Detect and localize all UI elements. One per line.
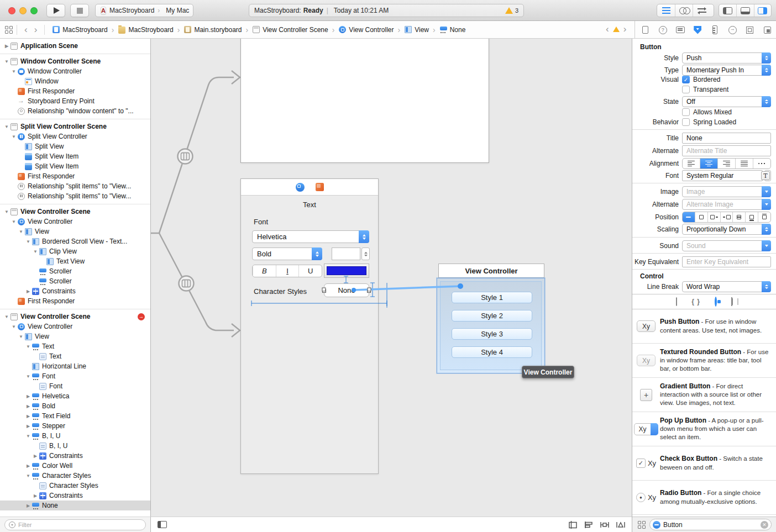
- disclosure-triangle-icon[interactable]: ▼: [32, 249, 39, 254]
- align-icon[interactable]: [583, 520, 594, 529]
- align-natural-segment[interactable]: [753, 159, 770, 168]
- disclosure-triangle-icon[interactable]: ▼: [3, 59, 10, 64]
- position-image-overlap-segment[interactable]: [732, 212, 745, 222]
- align-justify-segment[interactable]: [735, 159, 753, 168]
- disclosure-triangle-icon[interactable]: ▼: [11, 219, 17, 224]
- outline-row[interactable]: Window: [0, 76, 150, 86]
- library-item[interactable]: Xy Pop Up Button - A pop-up or a pull-do…: [632, 412, 776, 446]
- key-equivalent-field[interactable]: Enter Key Equivalent: [682, 256, 771, 267]
- add-constraints-icon[interactable]: [599, 520, 610, 529]
- outline-row[interactable]: Text View: [0, 256, 150, 266]
- outline-row[interactable]: ▶Application Scene: [0, 41, 150, 51]
- position-image-above-segment[interactable]: [745, 212, 758, 222]
- outline-row[interactable]: ▶Text Field: [0, 411, 150, 421]
- outline-row[interactable]: ▼Split View Controller: [0, 131, 150, 141]
- alternate-title-field[interactable]: Alternate Title: [682, 145, 771, 156]
- outline-filter-input[interactable]: [18, 522, 141, 528]
- disclosure-triangle-icon[interactable]: ▼: [25, 434, 32, 439]
- view-controller-scene-titlebar[interactable]: View Controller: [438, 264, 544, 278]
- type-popup[interactable]: Momentary Push In: [682, 65, 771, 76]
- scene-window[interactable]: [240, 39, 489, 163]
- breadcrumb-item[interactable]: None: [439, 26, 474, 34]
- outline-row[interactable]: ▶Bold: [0, 401, 150, 411]
- spring-loaded-checkbox[interactable]: [682, 118, 690, 126]
- resize-handle[interactable]: [322, 289, 326, 293]
- quick-help-tab[interactable]: [656, 23, 669, 36]
- style-segment-button[interactable]: B: [253, 265, 276, 277]
- library-grid-view-icon[interactable]: [638, 521, 646, 529]
- outline-row[interactable]: ▼Clip View: [0, 246, 150, 256]
- disclosure-triangle-icon[interactable]: ▶: [25, 289, 32, 294]
- view-controller-icon[interactable]: [296, 183, 305, 192]
- next-issue-button[interactable]: ›: [622, 24, 628, 34]
- outline-row[interactable]: Storyboard Entry Point: [0, 96, 150, 106]
- breadcrumb-item[interactable]: MacStroyboard: [52, 25, 118, 34]
- outline-row[interactable]: ▼B, I, U: [0, 431, 150, 441]
- position-title-only-segment[interactable]: [683, 212, 695, 222]
- view-controller-view[interactable]: Style 1Style 2Style 3Style 4: [437, 278, 545, 373]
- library-item[interactable]: Xy Check Box Button - Switch a state bew…: [632, 446, 776, 481]
- minimize-window-button[interactable]: [19, 7, 27, 14]
- disclosure-triangle-icon[interactable]: ▶: [25, 463, 32, 468]
- previous-issue-button[interactable]: ‹: [605, 24, 610, 34]
- outline-row[interactable]: First Responder: [0, 171, 150, 181]
- sound-combo[interactable]: Sound: [682, 240, 771, 251]
- outline-row[interactable]: ▼Bordered Scroll View - Text...: [0, 236, 150, 246]
- run-button[interactable]: [46, 4, 65, 17]
- version-editor-button[interactable]: [693, 4, 710, 17]
- font-family-popup[interactable]: Helvetica: [252, 230, 369, 243]
- outline-row[interactable]: ▼Font: [0, 371, 150, 381]
- outline-row[interactable]: ▶Color Well: [0, 461, 150, 471]
- align-left-segment[interactable]: [683, 159, 700, 168]
- identity-inspector-tab[interactable]: [674, 23, 687, 36]
- outline-row[interactable]: Font: [0, 381, 150, 391]
- position-image-only-segment[interactable]: [695, 212, 707, 222]
- text-scene[interactable]: Text Font Helvetica Bold BIU Character S…: [240, 178, 379, 474]
- style-segment-button[interactable]: U: [298, 265, 322, 277]
- warning-indicator[interactable]: 3: [505, 7, 518, 14]
- outline-row[interactable]: Relationship "window content" to "...: [0, 106, 150, 116]
- state-popup[interactable]: Off: [682, 96, 771, 107]
- first-responder-icon[interactable]: [316, 183, 324, 191]
- style-button[interactable]: Style 2: [452, 310, 532, 322]
- connections-inspector-tab[interactable]: [726, 23, 739, 36]
- position-image-below-segment[interactable]: [758, 212, 770, 222]
- font-size-stepper[interactable]: [361, 247, 370, 260]
- outline-row[interactable]: Horizontal Line: [0, 361, 150, 371]
- toggle-debug-area-button[interactable]: [736, 4, 753, 17]
- toggle-inspector-button[interactable]: [754, 4, 771, 17]
- outline-row[interactable]: Scroller: [0, 276, 150, 286]
- font-panel-icon[interactable]: T: [761, 171, 770, 180]
- outline-row[interactable]: Text: [0, 351, 150, 361]
- style-button[interactable]: Style 4: [452, 346, 532, 358]
- related-items-icon[interactable]: [5, 26, 13, 34]
- color-well[interactable]: [324, 264, 369, 278]
- error-badge[interactable]: →: [138, 313, 145, 320]
- outline-toggle-icon[interactable]: [158, 521, 167, 528]
- scaling-popup[interactable]: Proportionally Down: [682, 224, 771, 235]
- code-snippet-library-tab[interactable]: { }: [691, 298, 700, 305]
- outline-row[interactable]: ▼View: [0, 331, 150, 341]
- outline-row[interactable]: Split View Item: [0, 161, 150, 171]
- title-field[interactable]: None: [682, 133, 771, 144]
- disclosure-triangle-icon[interactable]: ▼: [25, 473, 32, 478]
- breadcrumb-item[interactable]: View Controller: [338, 25, 404, 34]
- outline-row[interactable]: First Responder: [0, 86, 150, 96]
- clear-search-icon[interactable]: [761, 521, 768, 529]
- disclosure-triangle-icon[interactable]: ▶: [25, 424, 32, 429]
- font-field[interactable]: System RegularT: [682, 170, 763, 181]
- disclosure-triangle-icon[interactable]: ▶: [32, 493, 39, 498]
- library-filter-input[interactable]: [663, 521, 758, 529]
- align-right-segment[interactable]: [717, 159, 735, 168]
- disclosure-triangle-icon[interactable]: ▶: [32, 454, 39, 459]
- font-face-popup[interactable]: Bold: [252, 247, 322, 260]
- outline-row[interactable]: Split View: [0, 141, 150, 151]
- character-styles-popup[interactable]: None: [324, 283, 369, 297]
- library-item[interactable]: Xy Textured Rounded Button - For use in …: [632, 344, 776, 378]
- outline-row[interactable]: ▼Character Styles: [0, 471, 150, 481]
- outline-row[interactable]: Split View Item: [0, 151, 150, 161]
- outline-row[interactable]: Relationship "split items" to "View...: [0, 181, 150, 191]
- outline-row[interactable]: ▼Window Controller Scene: [0, 56, 150, 66]
- breadcrumb-item[interactable]: View Controller Scene: [252, 25, 338, 34]
- position-image-right-segment[interactable]: [720, 212, 733, 222]
